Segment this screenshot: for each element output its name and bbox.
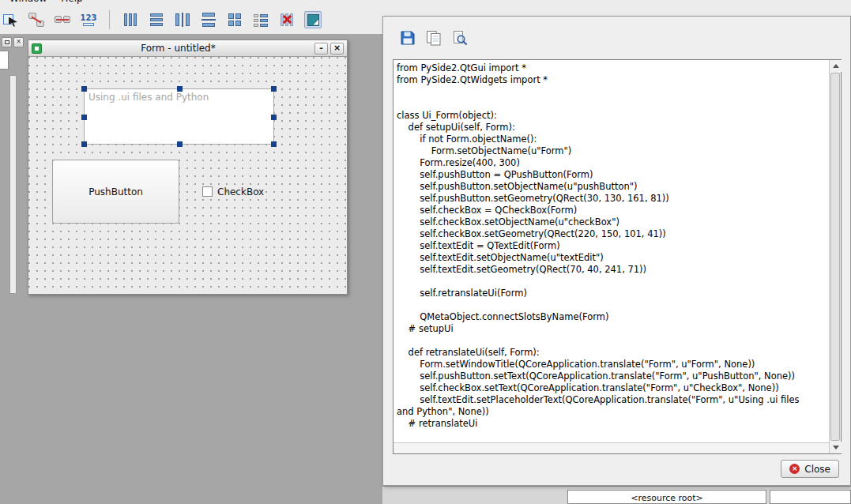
selection-handle[interactable]: [81, 86, 87, 92]
horizontal-scrollbar[interactable]: [393, 442, 829, 453]
selection-handle[interactable]: [271, 141, 277, 147]
break-layout-icon[interactable]: [278, 11, 296, 28]
form-canvas[interactable]: Using .ui files and Python PushButton Ch…: [28, 57, 347, 294]
selection-handle[interactable]: [177, 86, 183, 92]
layout-grid-icon[interactable]: [226, 11, 243, 28]
selection-handle[interactable]: [271, 86, 277, 92]
checkbox-indicator[interactable]: [202, 186, 213, 197]
form-window-title: Form - untitled*: [44, 43, 312, 54]
widgetbox-scrollbar[interactable]: [9, 75, 17, 294]
dialog-close-button[interactable]: × Close: [781, 460, 839, 478]
checkbox-widget[interactable]: CheckBox: [202, 175, 282, 208]
selection-handle[interactable]: [177, 141, 183, 147]
save-icon[interactable]: [399, 29, 416, 47]
edit-tab-order-icon[interactable]: 123: [80, 11, 97, 28]
selection-handle[interactable]: [271, 115, 277, 120]
copy-icon[interactable]: [425, 29, 442, 47]
menu-window[interactable]: Window: [9, 0, 47, 4]
window-close-button[interactable]: ×: [330, 43, 344, 55]
arrow-down-icon: [833, 446, 839, 449]
qt-designer-window: Window Help 123: [0, 0, 851, 504]
minimize-button[interactable]: -: [314, 43, 328, 55]
selection-handle[interactable]: [81, 141, 87, 147]
widgetbox-filter-input[interactable]: [0, 51, 9, 70]
resource-tree[interactable]: <resource root>: [567, 490, 766, 504]
scroll-down-button[interactable]: [830, 442, 842, 453]
edit-signals-slots-icon[interactable]: [28, 11, 45, 28]
dock-close-button[interactable]: ×: [13, 37, 24, 47]
toolbar-separator: [109, 10, 110, 29]
float-icon: [5, 40, 9, 44]
scrollbar-thumb[interactable]: [830, 73, 840, 441]
selection-handle[interactable]: [81, 115, 87, 120]
layout-form-icon[interactable]: [252, 11, 269, 28]
form-editor-window: Form - untitled* - × Using .ui files and…: [28, 39, 348, 295]
checkbox-label: CheckBox: [217, 186, 264, 197]
form-window-titlebar[interactable]: Form - untitled* - ×: [28, 40, 347, 57]
close-icon: ×: [16, 38, 21, 45]
vertical-scrollbar[interactable]: [829, 60, 841, 453]
dock-float-button[interactable]: [2, 37, 12, 47]
layout-vertical-icon[interactable]: [148, 11, 165, 28]
menu-help[interactable]: Help: [61, 0, 82, 4]
edit-widgets-icon[interactable]: [2, 11, 19, 28]
find-icon[interactable]: [451, 29, 469, 47]
textedit-widget[interactable]: Using .ui files and Python: [84, 88, 274, 145]
code-dialog-toolbar: [399, 29, 469, 47]
arrow-up-icon: [833, 64, 839, 68]
code-text-area[interactable]: from PySide2.QtGui import * from PySide2…: [393, 59, 842, 454]
form-window-icon: [32, 43, 42, 54]
menubar: Window Help: [0, 0, 851, 5]
close-circle-icon: ×: [789, 464, 800, 474]
layout-horizontal-icon[interactable]: [122, 11, 139, 28]
scroll-up-button[interactable]: [830, 60, 842, 72]
layout-vertical-splitter-icon[interactable]: [200, 11, 217, 28]
edit-buddies-icon[interactable]: [54, 11, 71, 28]
close-button-label: Close: [804, 464, 830, 475]
generated-code[interactable]: from PySide2.QtGui import * from PySide2…: [397, 62, 827, 441]
adjust-size-icon[interactable]: [304, 11, 322, 28]
layout-horizontal-splitter-icon[interactable]: [174, 11, 191, 28]
code-preview-dialog: from PySide2.QtGui import * from PySide2…: [382, 16, 851, 486]
pushbutton-widget[interactable]: PushButton: [52, 160, 179, 224]
resource-root-item[interactable]: <resource root>: [631, 493, 703, 503]
resource-side-panel[interactable]: [770, 490, 851, 504]
textedit-placeholder: Using .ui files and Python: [88, 92, 209, 103]
resource-browser-panel: <resource root>: [382, 486, 851, 504]
